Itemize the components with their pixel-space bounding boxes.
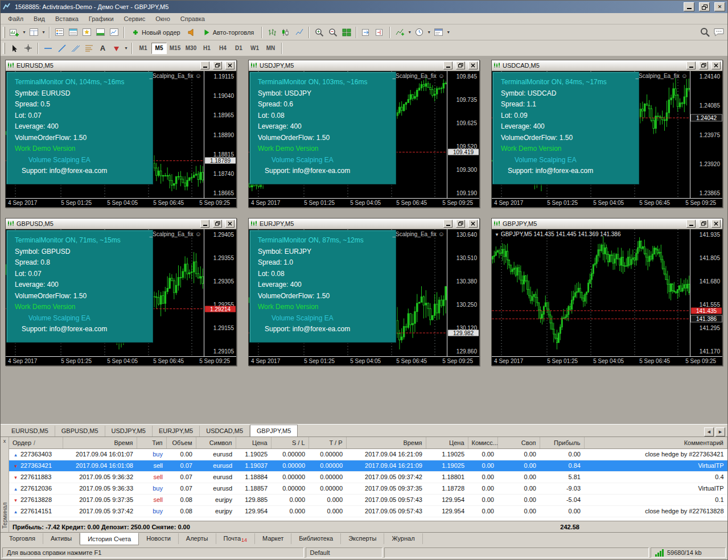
- chart-tab[interactable]: GBPJPY,M5: [250, 425, 298, 437]
- chart-minimize-button[interactable]: [443, 220, 453, 228]
- bar-chart-mode-icon[interactable]: [265, 26, 278, 39]
- timeframe-m5[interactable]: M5: [151, 43, 167, 54]
- chart-restore-button[interactable]: [699, 220, 708, 228]
- chart-close-button[interactable]: [225, 220, 235, 228]
- terminal-tab[interactable]: Журнал: [384, 533, 422, 544]
- strategy-tester-icon[interactable]: [108, 26, 121, 39]
- chart-tab[interactable]: USDJPY,M5: [105, 426, 153, 437]
- sound-alert-icon[interactable]: [186, 26, 199, 39]
- market-watch-icon[interactable]: [53, 26, 66, 39]
- new-chart-icon[interactable]: [8, 26, 21, 39]
- crosshair-icon[interactable]: [22, 42, 35, 55]
- time-axis[interactable]: 4 Sep 20175 Sep 01:255 Sep 04:055 Sep 06…: [492, 198, 722, 207]
- history-column-header[interactable]: Цена: [236, 437, 271, 448]
- menu-item[interactable]: Вид: [28, 14, 50, 23]
- chart-tab[interactable]: EURJPY,M5: [153, 426, 200, 437]
- menu-item[interactable]: Файл: [3, 14, 28, 23]
- chart-close-button[interactable]: [225, 61, 235, 69]
- timeframe-m15[interactable]: M15: [167, 43, 183, 54]
- timeframe-m30[interactable]: M30: [183, 43, 199, 54]
- chart-minimize-button[interactable]: [200, 220, 209, 228]
- templates-dropdown[interactable]: ▾: [446, 30, 451, 35]
- chart-plot[interactable]: _Scalping_Ea_fix ☺TerminalMonitor ON, 10…: [6, 71, 204, 198]
- auto-scroll-icon[interactable]: [360, 26, 373, 39]
- chart-window-titlebar[interactable]: USDJPY,M5: [249, 60, 479, 71]
- window-minimize-button[interactable]: [684, 2, 694, 11]
- price-axis[interactable]: 109.845109.735109.625109.520109.300109.1…: [447, 71, 479, 198]
- history-column-header[interactable]: S / L: [271, 437, 309, 448]
- history-column-header[interactable]: Своп: [497, 437, 540, 448]
- chart-restore-button[interactable]: [213, 220, 222, 228]
- menu-item[interactable]: Справка: [175, 14, 210, 23]
- menu-item[interactable]: Графики: [84, 14, 119, 23]
- zoom-out-icon[interactable]: [326, 26, 339, 39]
- line-chart-mode-icon[interactable]: [293, 26, 306, 39]
- history-column-header[interactable]: Объем: [166, 437, 196, 448]
- new-order-button[interactable]: Новый ордер: [127, 26, 185, 39]
- window-restore-button[interactable]: [699, 2, 710, 11]
- terminal-close-button[interactable]: x: [3, 438, 6, 444]
- chart-minimize-button[interactable]: [686, 61, 696, 69]
- price-axis[interactable]: 1.191151.190401.189651.188901.188151.187…: [204, 71, 236, 198]
- chart-restore-button[interactable]: [456, 61, 465, 69]
- price-axis[interactable]: 130.640130.510130.380130.250130.120129.8…: [447, 229, 479, 356]
- price-axis[interactable]: 1.241401.240851.239751.239201.238651.240…: [690, 71, 722, 198]
- chart-close-button[interactable]: [468, 220, 478, 228]
- chart-minimize-button[interactable]: [443, 61, 453, 69]
- navigator-icon[interactable]: [80, 26, 93, 39]
- terminal-tab[interactable]: Алерты: [179, 533, 216, 544]
- periods-dropdown[interactable]: ▾: [426, 30, 431, 35]
- history-column-header[interactable]: Время: [346, 437, 426, 448]
- terminal-tab[interactable]: Почта14: [216, 533, 256, 544]
- tabs-scroll-right-icon[interactable]: ▶: [715, 427, 725, 437]
- arrows-tool-icon[interactable]: [110, 42, 123, 55]
- chart-area[interactable]: _Scalping_Ea_fix ☺TerminalMonitor ON, 71…: [6, 229, 236, 356]
- chart-tab[interactable]: EURUSD,M5: [5, 426, 55, 437]
- chart-window-titlebar[interactable]: EURUSD,M5: [6, 60, 236, 71]
- chart-tab[interactable]: USDCAD,M5: [200, 426, 250, 437]
- chart-plot[interactable]: _Scalping_Ea_fix ☺TerminalMonitor ON, 84…: [492, 71, 690, 198]
- menu-item[interactable]: Вставка: [50, 14, 84, 23]
- history-column-header[interactable]: Ордер/: [9, 437, 63, 448]
- candlestick-mode-icon[interactable]: [279, 26, 292, 39]
- price-axis[interactable]: 141.935141.805141.680141.555141.295141.1…: [690, 229, 722, 356]
- chart-plot[interactable]: _Scalping_Ea_fix ☺TerminalMonitor ON, 10…: [249, 71, 447, 198]
- time-axis[interactable]: 4 Sep 20175 Sep 01:255 Sep 04:055 Sep 06…: [6, 198, 236, 207]
- timeframe-m1[interactable]: M1: [135, 43, 151, 54]
- chart-area[interactable]: _Scalping_Ea_fix ☺TerminalMonitor ON, 87…: [249, 229, 479, 356]
- chart-restore-button[interactable]: [456, 220, 465, 228]
- chart-window-titlebar[interactable]: EURJPY,M5: [249, 219, 479, 229]
- terminal-tab[interactable]: Активы: [43, 533, 80, 544]
- trendline-icon[interactable]: [55, 42, 68, 55]
- chart-minimize-button[interactable]: [686, 220, 696, 228]
- auto-trading-button[interactable]: Авто-торговля: [199, 26, 259, 39]
- terminal-tab[interactable]: История Счета: [80, 533, 139, 545]
- tile-windows-icon[interactable]: [340, 26, 353, 39]
- horizontal-line-icon[interactable]: [42, 42, 55, 55]
- periods-icon[interactable]: [413, 26, 426, 39]
- history-column-header[interactable]: Комментарий: [584, 437, 727, 448]
- time-axis[interactable]: 4 Sep 20175 Sep 01:255 Sep 04:055 Sep 06…: [249, 356, 479, 365]
- profiles-dropdown[interactable]: ▾: [41, 30, 46, 35]
- chart-restore-button[interactable]: [213, 61, 222, 69]
- history-row[interactable]: ▴2273634032017.09.04 16:01:07buy0.00euru…: [9, 448, 727, 460]
- ohlc-dropdown-icon[interactable]: ▼: [495, 232, 499, 237]
- chart-shift-icon[interactable]: [373, 26, 386, 39]
- window-titlebar[interactable]: 1568885: Activtrades-Demo - Демо Счет - …: [1, 1, 727, 13]
- chart-window-titlebar[interactable]: GBPJPY,M5: [492, 219, 722, 229]
- data-window-icon[interactable]: [67, 26, 80, 39]
- history-row[interactable]: ▾2273634212017.09.04 16:01:08sell0.07eur…: [9, 460, 727, 471]
- chart-plot[interactable]: ▼GBPJPY,M5 141.435 141.445 141.369 141.3…: [492, 229, 690, 356]
- chart-restore-button[interactable]: [699, 61, 708, 69]
- terminal-panel-icon[interactable]: [94, 26, 107, 39]
- terminal-tab[interactable]: Библиотека: [291, 533, 341, 544]
- chart-window-titlebar[interactable]: GBPUSD,M5: [6, 219, 236, 229]
- chart-close-button[interactable]: [711, 220, 721, 228]
- menu-item[interactable]: Сервис: [119, 14, 151, 23]
- cursor-icon[interactable]: [8, 42, 21, 55]
- history-column-header[interactable]: T / P: [309, 437, 346, 448]
- chart-plot[interactable]: _Scalping_Ea_fix ☺TerminalMonitor ON, 71…: [6, 229, 204, 356]
- history-row[interactable]: ▾2276118832017.09.05 9:36:32sell0.07euru…: [9, 471, 727, 483]
- history-column-header[interactable]: Символ: [196, 437, 236, 448]
- chart-area[interactable]: _Scalping_Ea_fix ☺TerminalMonitor ON, 10…: [249, 71, 479, 198]
